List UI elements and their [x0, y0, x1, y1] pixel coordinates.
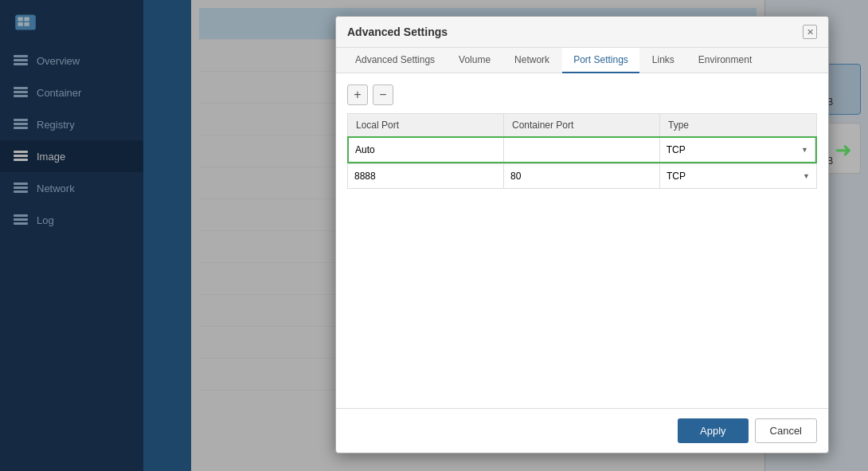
local-port-input-1[interactable] [349, 138, 503, 162]
add-port-button[interactable]: + [347, 84, 368, 105]
local-port-input-2[interactable] [348, 164, 503, 188]
tab-advanced-settings[interactable]: Advanced Settings [344, 48, 446, 73]
dialog-body: + − Local Port Container Port Type TCP U… [336, 73, 828, 408]
container-port-input-1[interactable] [504, 138, 659, 162]
remove-port-button[interactable]: − [373, 84, 393, 105]
port-row-2: TCP UDP [347, 163, 817, 189]
port-row-1: TCP UDP ➜ [347, 136, 817, 163]
tab-environment[interactable]: Environment [687, 48, 763, 73]
tab-volume[interactable]: Volume [448, 48, 502, 73]
type-select-2[interactable]: TCP UDP [660, 164, 816, 188]
arrow-indicator: ➜ [835, 138, 852, 163]
port-cell-type-1: TCP UDP [660, 138, 815, 162]
tab-network[interactable]: Network [503, 48, 561, 73]
dialog-titlebar: Advanced Settings ✕ [336, 17, 828, 48]
tab-port-settings[interactable]: Port Settings [562, 48, 639, 73]
dialog-title: Advanced Settings [347, 26, 448, 38]
type-select-wrapper-1: TCP UDP [660, 138, 815, 162]
port-cell-container-2 [504, 164, 660, 188]
apply-button[interactable]: Apply [678, 418, 749, 443]
header-local-port: Local Port [348, 114, 504, 136]
header-type: Type [660, 114, 816, 136]
dialog-footer: Apply Cancel [336, 408, 828, 453]
port-cell-local-2 [348, 164, 504, 188]
dialog-tabs: Advanced Settings Volume Network Port Se… [336, 48, 828, 73]
port-cell-type-2: TCP UDP [660, 164, 816, 188]
cancel-button[interactable]: Cancel [755, 418, 817, 443]
advanced-settings-dialog: Advanced Settings ✕ Advanced Settings Vo… [335, 16, 829, 453]
dialog-close-button[interactable]: ✕ [803, 25, 817, 39]
container-port-input-2[interactable] [504, 164, 659, 188]
port-cell-local-1 [349, 138, 504, 162]
port-table-header: Local Port Container Port Type [347, 113, 817, 136]
port-toolbar: + − [347, 84, 817, 105]
header-container-port: Container Port [504, 114, 660, 136]
port-cell-container-1 [504, 138, 659, 162]
tab-links[interactable]: Links [641, 48, 686, 73]
type-select-1[interactable]: TCP UDP [660, 138, 815, 162]
type-select-wrapper-2: TCP UDP [660, 164, 816, 188]
